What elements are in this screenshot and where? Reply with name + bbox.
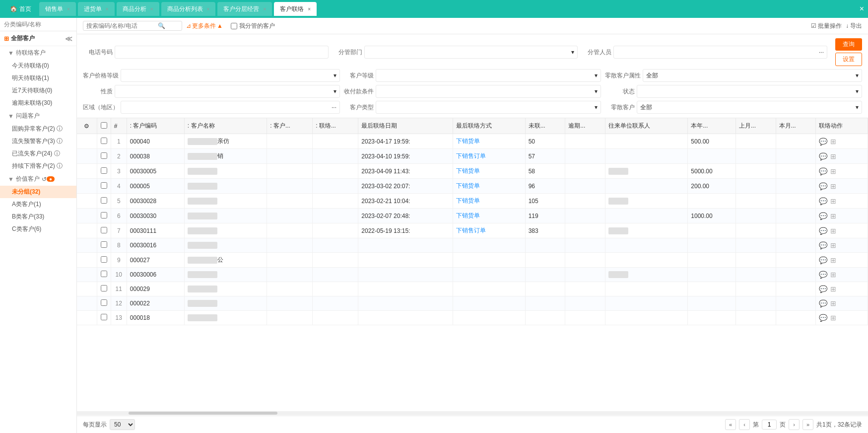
close-product-analysis-icon[interactable]: × <box>150 6 153 12</box>
tab-product-analysis[interactable]: 商品分析 × <box>117 2 159 16</box>
grid-action-icon[interactable]: ⊞ <box>830 167 836 175</box>
last-method-link[interactable]: 下销货单 <box>456 138 480 144</box>
col-overdue-header[interactable]: 逾期... <box>565 118 605 134</box>
grid-action-icon[interactable]: ⊞ <box>830 271 836 279</box>
refresh-icon[interactable]: ↺ <box>42 176 47 183</box>
reset-btn[interactable]: 设置 <box>835 53 862 66</box>
comment-icon[interactable]: 💬 <box>819 314 827 322</box>
sidebar-wait-contact[interactable]: ▼ 待联络客户 <box>0 46 76 60</box>
close-purchase-tab-icon[interactable]: × <box>106 6 109 12</box>
page-number-input[interactable] <box>762 420 777 430</box>
retail-attr-select[interactable]: 全部 ▾ <box>643 69 862 82</box>
sidebar-today-contact[interactable]: 今天待联络(0) <box>0 60 76 72</box>
more-conditions-btn[interactable]: ⊿ 更多条件 ▲ <box>186 22 223 30</box>
dept-select[interactable]: ▾ <box>364 46 578 59</box>
row-checkbox-cell[interactable] <box>97 238 111 253</box>
row-checkbox-cell[interactable] <box>97 179 111 194</box>
nature-select[interactable]: ▾ <box>115 85 340 98</box>
status-select[interactable]: ▾ <box>637 85 862 98</box>
row-checkbox[interactable] <box>101 138 107 144</box>
row-checkbox[interactable] <box>101 227 107 233</box>
row-checkbox[interactable] <box>101 212 107 218</box>
tab-purchase-order[interactable]: 进货单 × <box>78 2 115 16</box>
last-page-btn[interactable]: » <box>802 419 813 430</box>
last-method-link[interactable]: 下销售订单 <box>456 152 486 159</box>
comment-icon[interactable]: 💬 <box>819 152 827 160</box>
grid-action-icon[interactable]: ⊞ <box>830 152 836 160</box>
row-checkbox[interactable] <box>101 256 107 263</box>
last-method-link[interactable]: 下销货单 <box>456 167 480 174</box>
col-name-header[interactable]: : 客户名称 <box>184 118 267 134</box>
sidebar-group-b[interactable]: B类客户(33) <box>0 211 76 223</box>
row-checkbox-cell[interactable] <box>97 311 111 325</box>
search-box-icon[interactable]: 🔍 <box>158 22 165 29</box>
all-customers-header[interactable]: ⊞ 全部客户 ≪ <box>0 31 76 46</box>
sidebar-value-customers[interactable]: ▼ 价值客户 ↺ ● <box>0 172 76 186</box>
collapse-icon[interactable]: ≪ <box>65 35 72 43</box>
close-window-icon[interactable]: × <box>860 4 864 13</box>
close-customer-layered-icon[interactable]: × <box>263 6 266 12</box>
comment-icon[interactable]: 💬 <box>819 138 827 145</box>
select-all-checkbox[interactable] <box>101 122 107 129</box>
col-last-month-header[interactable]: 上月... <box>736 118 776 134</box>
sidebar-seven-day-contact[interactable]: 近7天待联络(0) <box>0 84 76 97</box>
export-btn[interactable]: ↓ 导出 <box>846 22 862 30</box>
comment-icon[interactable]: 💬 <box>819 197 827 205</box>
row-checkbox[interactable] <box>101 197 107 204</box>
grid-action-icon[interactable]: ⊞ <box>830 256 836 264</box>
settings-col-header[interactable]: ⚙ <box>77 118 97 134</box>
col-contact-header[interactable]: : 联络... <box>313 118 358 134</box>
tab-sales-order[interactable]: 销售单 × <box>39 2 76 16</box>
grid-action-icon[interactable]: ⊞ <box>830 197 836 205</box>
comment-icon[interactable]: 💬 <box>819 241 827 249</box>
row-checkbox-cell[interactable] <box>97 209 111 223</box>
tab-customer-contact[interactable]: 客户联络 × <box>274 2 317 16</box>
my-customers-checkbox[interactable] <box>231 23 237 29</box>
close-product-list-icon[interactable]: × <box>207 6 210 12</box>
col-this-month-header[interactable]: 本月... <box>776 118 816 134</box>
row-checkbox[interactable] <box>101 167 107 174</box>
row-checkbox-cell[interactable] <box>97 194 111 209</box>
row-checkbox-cell[interactable] <box>97 253 111 268</box>
prev-page-btn[interactable]: ‹ <box>739 419 750 430</box>
next-page-btn[interactable]: › <box>789 419 800 430</box>
sidebar-tomorrow-contact[interactable]: 明天待联络(1) <box>0 72 76 84</box>
checkbox-col-header[interactable] <box>97 118 111 134</box>
row-checkbox-cell[interactable] <box>97 223 111 238</box>
sidebar-group-c[interactable]: C类客户(6) <box>0 223 76 235</box>
row-checkbox[interactable] <box>101 182 107 189</box>
last-method-link[interactable]: 下销货单 <box>456 197 480 204</box>
row-checkbox-cell[interactable] <box>97 134 111 149</box>
comment-icon[interactable]: 💬 <box>819 182 827 190</box>
row-checkbox[interactable] <box>101 152 107 159</box>
sidebar-ungraded[interactable]: 未分组(32) <box>0 186 76 198</box>
manager-select[interactable]: ··· <box>613 46 827 59</box>
row-checkbox[interactable] <box>101 241 107 248</box>
row-checkbox[interactable] <box>101 285 107 291</box>
region-select[interactable]: ··· <box>121 101 340 114</box>
sidebar-overdue-contact[interactable]: 逾期未联络(30) <box>0 97 76 109</box>
per-page-select[interactable]: 50 100 200 <box>110 419 135 430</box>
row-checkbox-cell[interactable] <box>97 268 111 282</box>
phone-input[interactable] <box>115 46 329 59</box>
search-input[interactable] <box>86 22 156 29</box>
comment-icon[interactable]: 💬 <box>819 285 827 293</box>
row-checkbox[interactable] <box>101 271 107 277</box>
sidebar-abnormal[interactable]: 固购异常客户(2) ⓘ <box>0 123 76 135</box>
row-checkbox-cell[interactable] <box>97 164 111 179</box>
sidebar-group-a[interactable]: A类客户(1) <box>0 198 76 211</box>
col-last-method-header[interactable]: 最后联络方式 <box>453 118 525 134</box>
col-code-header[interactable]: : 客户编码 <box>127 118 184 134</box>
tab-home[interactable]: 🏠 首页 <box>4 2 37 16</box>
row-checkbox[interactable] <box>101 299 107 306</box>
sidebar-flow-loss[interactable]: 流失预警客户(3) ⓘ <box>0 135 76 147</box>
sidebar-lost[interactable]: 已流失客户(24) ⓘ <box>0 147 76 160</box>
tab-customer-layered[interactable]: 客户分层经营 × <box>217 2 272 16</box>
close-sales-tab-icon[interactable]: × <box>67 6 70 12</box>
close-customer-contact-icon[interactable]: × <box>308 6 311 12</box>
comment-icon[interactable]: 💬 <box>819 167 827 175</box>
sidebar-search-input[interactable] <box>4 21 77 28</box>
col-type-header[interactable]: : 客户... <box>267 118 313 134</box>
query-btn[interactable]: 查询 <box>835 38 862 51</box>
comment-icon[interactable]: 💬 <box>819 212 827 220</box>
